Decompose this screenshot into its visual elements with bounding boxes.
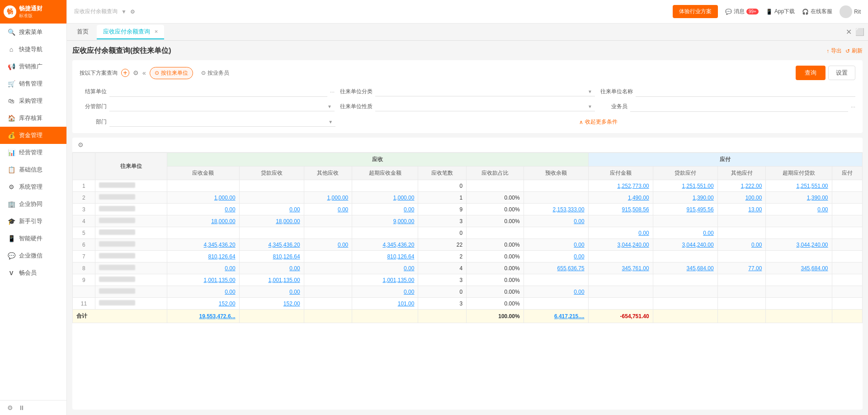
window-close-icon[interactable]: ✕ (846, 28, 852, 36)
cell-ar_loan[interactable]: 4,345,436.20 (239, 239, 304, 251)
dropdown-icon[interactable]: ▼ (121, 9, 127, 15)
tab-balance[interactable]: 应收应付余额查询 × (97, 25, 164, 39)
cell-ap_other[interactable]: 0.00 (717, 239, 766, 251)
collapse-btn[interactable]: ∧ 收起更多条件 (577, 116, 619, 128)
sidebar-settings-btn[interactable]: ⚙ (7, 404, 13, 411)
cell-ap_amount[interactable]: 1,490.00 (588, 192, 653, 204)
sidebar-item-vip[interactable]: V 畅会员 (0, 264, 66, 281)
sidebar-item-search[interactable]: 🔍 搜索菜单 (0, 24, 66, 41)
scheme-customer[interactable]: ⊙ 按往来单位 (150, 67, 193, 79)
cell-ar_overdue[interactable]: 9,000.00 (352, 215, 418, 227)
cell-ap_loan[interactable]: 345,684.00 (653, 262, 717, 274)
cell-ap_overdue[interactable]: 0.00 (766, 204, 832, 215)
cell-ar_overdue[interactable]: 101.00 (352, 298, 418, 310)
sidebar-item-purchase[interactable]: 🛍 采购管理 (0, 92, 66, 110)
cell-ar_overdue[interactable]: 4,345,436.20 (352, 239, 418, 251)
cell-ar_overdue[interactable]: 0.00 (352, 286, 418, 298)
cell-ar_loan[interactable]: 0.00 (239, 262, 304, 274)
sidebar-item-system[interactable]: ⚙ 系统管理 (0, 178, 66, 196)
cell-ar_advance[interactable]: 0.00 (524, 286, 588, 298)
sidebar-item-inventory[interactable]: 🏠 库存核算 (0, 110, 66, 127)
online-service-btn[interactable]: 🎧 在线客服 (802, 8, 832, 15)
cell-ap_other[interactable]: 77.00 (717, 262, 766, 274)
trial-btn[interactable]: 体验行业方案 (673, 5, 718, 18)
cell-ap_other[interactable]: 100.00 (717, 192, 766, 204)
cell-ar_overdue[interactable]: 0.00 (352, 204, 418, 215)
sidebar-item-marketing[interactable]: 📢 营销推广 (0, 58, 66, 75)
table-settings-icon[interactable]: ⚙ (78, 141, 84, 148)
sidebar-item-wechat[interactable]: 💬 企业微信 (0, 247, 66, 264)
cell-ar_loan[interactable]: 18,000.00 (239, 215, 304, 227)
cell-ar_loan[interactable]: 1,001,135.00 (239, 274, 304, 286)
cell-ar_amount[interactable]: 0.00 (167, 262, 239, 274)
filter-settings-icon[interactable]: ⚙ (133, 69, 139, 76)
cell-ar_amount[interactable]: 1,000.00 (167, 192, 239, 204)
cell-ar_amount[interactable]: 1,001,135.00 (167, 274, 239, 286)
cell-ap_loan[interactable]: 1,390.00 (653, 192, 717, 204)
sidebar-item-corp[interactable]: 🏢 企业协同 (0, 196, 66, 213)
cell-ar_advance[interactable]: 0.00 (524, 251, 588, 262)
refresh-btn[interactable]: ↺ 刷新 (845, 47, 863, 55)
select-bm[interactable]: ▼ (109, 118, 335, 127)
window-maximize-icon[interactable]: ⬜ (855, 28, 864, 36)
cell-ap_other[interactable]: 13.00 (717, 204, 766, 215)
input-jsdw[interactable] (109, 86, 327, 97)
filter-collapse-icon[interactable]: « (142, 69, 146, 76)
cell-ap_amount[interactable]: 1,252,773.00 (588, 180, 653, 192)
scheme-salesman[interactable]: ⊙ 按业务员 (197, 67, 234, 79)
cell-ar_advance[interactable]: 655,636.75 (524, 262, 588, 274)
cell-ap_amount[interactable]: 3,044,240.00 (588, 239, 653, 251)
sidebar-item-guide[interactable]: 🎓 新手引导 (0, 213, 66, 230)
input-lwdwmc[interactable] (636, 86, 855, 97)
cell-ar_other[interactable]: 0.00 (304, 239, 352, 251)
cell-ap_loan[interactable]: 915,495.56 (653, 204, 717, 215)
cell-ar_other[interactable]: 0.00 (304, 204, 352, 215)
sidebar-item-finance[interactable]: 💰 资金管理 (0, 127, 66, 144)
cell-ap_other[interactable]: 1,222.00 (717, 180, 766, 192)
app-download-btn[interactable]: 📱 App下载 (766, 8, 795, 15)
footer-ar-advance[interactable]: 6,417,215.... (524, 310, 588, 323)
cell-ap_amount[interactable]: 915,508.56 (588, 204, 653, 215)
query-btn[interactable]: 查询 (796, 66, 826, 80)
tab-close-icon[interactable]: × (155, 28, 158, 35)
export-btn[interactable]: ↑ 导出 (826, 47, 842, 55)
dots-jsdw[interactable]: ··· (330, 89, 335, 95)
cell-ar_advance[interactable]: 0.00 (524, 215, 588, 227)
messages-btn[interactable]: 💬 消息 99+ (725, 8, 759, 15)
cell-ap_overdue[interactable]: 1,251,551.00 (766, 180, 832, 192)
sidebar-collapse-btn[interactable]: ⏸ (19, 404, 25, 411)
settings-icon[interactable]: ⚙ (130, 9, 135, 15)
cell-ar_overdue[interactable]: 1,001,135.00 (352, 274, 418, 286)
cell-ap_overdue[interactable]: 345,684.00 (766, 262, 832, 274)
cell-ar_amount[interactable]: 810,126.64 (167, 251, 239, 262)
cell-ar_amount[interactable]: 0.00 (167, 204, 239, 215)
cell-ap_overdue[interactable]: 3,044,240.00 (766, 239, 832, 251)
select-lwdwfl[interactable]: ▼ (375, 87, 595, 96)
cell-ar_other[interactable]: 1,000.00 (304, 192, 352, 204)
user-info[interactable]: Rit (840, 5, 861, 18)
cell-ap_loan[interactable]: 1,251,551.00 (653, 180, 717, 192)
cell-ap_loan[interactable]: 3,044,240.00 (653, 239, 717, 251)
cell-ap_amount[interactable]: 345,761.00 (588, 262, 653, 274)
cell-ar_amount[interactable]: 18,000.00 (167, 215, 239, 227)
cell-ap_amount[interactable]: 0.00 (588, 227, 653, 239)
sidebar-item-hardware[interactable]: 📱 智能硬件 (0, 230, 66, 247)
footer-ar-amount[interactable]: 19,553,472.6... (167, 310, 239, 323)
select-lwdwxz[interactable]: ▼ (375, 102, 595, 111)
tab-home[interactable]: 首页 (71, 25, 95, 39)
cell-ar_advance[interactable]: 0.00 (524, 239, 588, 251)
setting-btn[interactable]: 设置 (828, 66, 855, 80)
cell-ar_amount[interactable]: 0.00 (167, 286, 239, 298)
sidebar-item-sales[interactable]: 🛒 销售管理 (0, 75, 66, 92)
cell-ar_loan[interactable]: 0.00 (239, 286, 304, 298)
cell-ar_loan[interactable]: 152.00 (239, 298, 304, 310)
cell-ar_overdue[interactable]: 810,126.64 (352, 251, 418, 262)
dots-ywy[interactable]: ··· (851, 104, 855, 110)
cell-ar_advance[interactable]: 2,153,333.00 (524, 204, 588, 215)
input-ywy[interactable] (630, 101, 848, 112)
cell-ar_overdue[interactable]: 0.00 (352, 262, 418, 274)
cell-ar_loan[interactable]: 0.00 (239, 204, 304, 215)
select-fgbm[interactable]: ▼ (109, 102, 335, 111)
cell-ar_loan[interactable]: 810,126.64 (239, 251, 304, 262)
cell-ap_loan[interactable]: 0.00 (653, 227, 717, 239)
